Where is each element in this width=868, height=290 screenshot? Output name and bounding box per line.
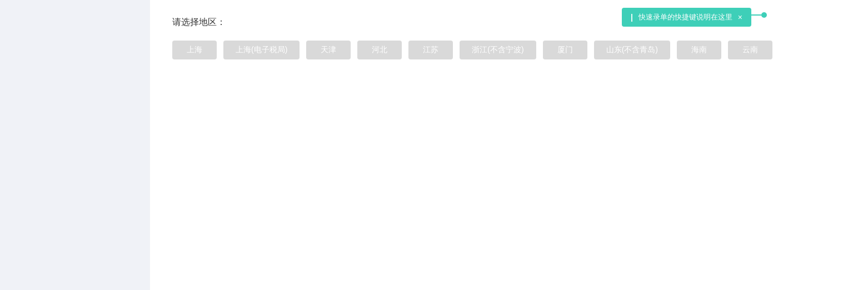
region-button-shanghai-etax[interactable]: 上海(电子税局) xyxy=(223,41,300,59)
region-button-jiangsu[interactable]: 江苏 xyxy=(408,41,453,59)
tooltip-banner: 快速录单的快捷键说明在这里 × xyxy=(622,8,751,27)
region-button-shanghai[interactable]: 上海 xyxy=(172,41,217,59)
region-buttons: 上海上海(电子税局)天津河北江苏浙江(不含宁波)厦门山东(不含青岛)海南云南 xyxy=(172,41,846,59)
main-content: 请选择地区： 上海上海(电子税局)天津河北江苏浙江(不含宁波)厦门山东(不含青岛… xyxy=(150,0,868,290)
tooltip-dot xyxy=(761,12,767,18)
region-button-hebei[interactable]: 河北 xyxy=(357,41,402,59)
region-button-shandong[interactable]: 山东(不含青岛) xyxy=(594,41,670,59)
region-button-tianjin[interactable]: 天津 xyxy=(306,41,351,59)
tooltip-line xyxy=(751,14,761,16)
region-button-yunnan[interactable]: 云南 xyxy=(728,41,772,59)
region-button-xiamen[interactable]: 厦门 xyxy=(543,41,587,59)
tooltip-text: 快速录单的快捷键说明在这里 xyxy=(638,12,732,22)
left-sidebar xyxy=(0,0,150,290)
tooltip-close-button[interactable]: × xyxy=(738,13,742,21)
region-button-hainan[interactable]: 海南 xyxy=(677,41,721,59)
region-button-zhejiang[interactable]: 浙江(不含宁波) xyxy=(460,41,536,59)
